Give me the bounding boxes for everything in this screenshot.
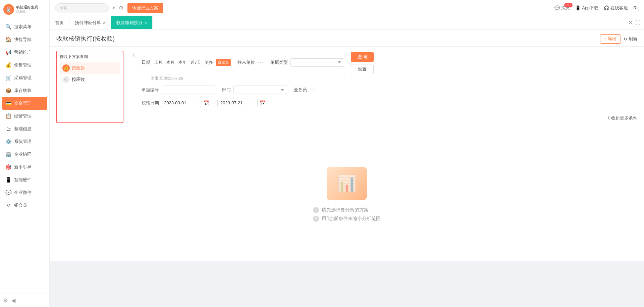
department-select[interactable] — [233, 86, 287, 94]
start-cal-icon[interactable]: 📅 — [203, 100, 209, 106]
collapse-icon[interactable]: ◀ — [11, 297, 15, 304]
order-type-select[interactable] — [290, 58, 344, 67]
filter-verify-date-field: 核销日期 📅 — 📅 — [142, 99, 265, 107]
empty-illustration — [327, 167, 367, 200]
page-title: 收款核销执行(按收款) — [56, 35, 115, 43]
collapse-more-btn[interactable]: 《 收起更多条件 — [605, 113, 637, 123]
sidebar-item-guide[interactable]: 🎯 新手引导 — [0, 161, 49, 173]
sidebar-item-marketing[interactable]: 📢 营销推广 — [0, 46, 49, 59]
sidebar-label-enterprise: 企业协同 — [14, 151, 32, 157]
tab-prepay[interactable]: 预付冲应付单 × — [69, 16, 111, 29]
tab-home-label: 首页 — [55, 20, 64, 26]
message-btn[interactable]: 💬 消息 99+ — [554, 5, 570, 11]
date-opt-thisyear[interactable]: 本年 — [177, 59, 188, 66]
topbar-gear-icon[interactable]: ⚙ — [119, 5, 123, 11]
order-no-input[interactable] — [162, 86, 215, 94]
sidebar-label-purchase: 采购管理 — [14, 75, 32, 81]
date-opt-7days[interactable]: 近7天 — [189, 59, 202, 66]
settings-icon[interactable]: ⚙ — [3, 297, 8, 304]
refresh-btn[interactable]: ↻ 刷新 — [624, 34, 637, 44]
verify-date-end-input[interactable] — [217, 99, 258, 107]
page-toolbar: ↑ 导出 ↻ 刷新 — [600, 34, 638, 44]
salesperson-select-dots[interactable]: ··· — [310, 86, 316, 93]
marketing-icon: 📢 — [5, 49, 11, 55]
tab-receipt[interactable]: 收款核销执行 × — [111, 16, 153, 29]
settings-btn[interactable]: 设置 — [351, 64, 374, 74]
tab-home[interactable]: 首页 — [50, 16, 69, 29]
filter-scheme-title: 按以下方案查询 — [60, 54, 120, 60]
sidebar-item-purchase[interactable]: 🛒 采购管理 — [0, 71, 49, 84]
expand-icon[interactable]: ⛶ — [635, 20, 641, 26]
tip-text-2: 用[过滤]条件来缩小分析范围 — [322, 216, 381, 222]
filter-row-3: 核销日期 📅 — 📅 — [142, 99, 637, 107]
message-badge: 99+ — [564, 3, 573, 7]
filter-option-by-receipt[interactable]: 💰 按收款 — [60, 62, 120, 74]
sidebar-item-wechat[interactable]: 💬 企业微信 — [0, 186, 49, 199]
topbar-search[interactable]: 搜索 — [55, 3, 109, 12]
purchase-icon: 🛒 — [5, 75, 11, 81]
date-opt-thismonth[interactable]: 本月 — [165, 59, 176, 66]
filter-collapse-btn[interactable]: 《 — [129, 51, 136, 123]
collapse-more-icon: 《 — [605, 115, 610, 121]
tip-num-1: 1 — [313, 207, 319, 213]
search-icon: 🔍 — [5, 24, 11, 30]
sidebar-item-search[interactable]: 🔍 搜索菜单 — [0, 20, 49, 33]
tab-receipt-close[interactable]: × — [145, 20, 147, 25]
guide-icon: 🎯 — [5, 164, 11, 170]
sidebar-item-system[interactable]: ⚙️ 系统管理 — [0, 135, 49, 148]
date-opt-more[interactable]: 更多 — [204, 59, 214, 66]
end-cal-icon[interactable]: 📅 — [260, 100, 265, 106]
sidebar-label-basic: 基础信息 — [14, 126, 32, 132]
online-service-btn[interactable]: 🎧 在线客服 — [604, 5, 628, 11]
user-info[interactable]: Rit — [633, 5, 639, 10]
chevron-down-icon: ▾ — [113, 6, 115, 10]
industry-btn[interactable]: 体验行业方案 — [127, 3, 163, 13]
partner-select-dots[interactable]: ··· — [258, 59, 264, 66]
logo-name: 畅捷通好生意 — [16, 5, 38, 9]
sales-icon: 💰 — [5, 62, 11, 68]
logo-badge: 标准版 — [16, 10, 38, 14]
date-opt-custom[interactable]: 自定义 — [216, 59, 231, 66]
date-opt-lastmonth[interactable]: 上月 — [153, 59, 164, 66]
main-area: 搜索 ▾ ⚙ 体验行业方案 💬 消息 99+ 📱 App下载 🎧 在线客服 Ri… — [50, 0, 644, 307]
tab-receipt-label: 收款核销执行 — [116, 20, 143, 26]
tab-prepay-label: 预付冲应付单 — [75, 20, 101, 26]
department-label: 部门 — [222, 87, 231, 93]
sidebar-item-sales[interactable]: 💰 销售管理 — [0, 59, 49, 71]
basic-icon: 🗂 — [5, 126, 11, 132]
empty-tip-2: 2 用[过滤]条件来缩小分析范围 — [313, 216, 381, 222]
hardware-icon: 📱 — [5, 177, 11, 183]
sidebar-item-member[interactable]: V 畅会员 — [0, 199, 49, 212]
sidebar-item-operation[interactable]: 📋 经营管理 — [0, 110, 49, 122]
app-icon: 📱 — [575, 5, 581, 10]
verify-date-start-input[interactable] — [161, 99, 201, 107]
refresh-icon: ↻ — [624, 37, 627, 42]
query-btn[interactable]: 查询 — [351, 52, 374, 62]
filter-option-by-receivable[interactable]: ⏱ 按应收 — [60, 74, 120, 85]
tab-prepay-close[interactable]: × — [103, 20, 105, 25]
tip-text-1: 请先选择要分析的方案 — [322, 207, 369, 213]
member-icon: V — [5, 202, 11, 208]
by-receivable-icon: ⏱ — [62, 76, 70, 83]
sidebar-item-funds[interactable]: 💳 资金管理 — [2, 97, 47, 110]
filter-panel: 按以下方案查询 💰 按收款 ⏱ 按应收 《 日期 — [50, 47, 644, 127]
service-label: 在线客服 — [610, 5, 628, 11]
order-no-label: 单据编号 — [142, 87, 159, 93]
order-type-label: 单据类型 — [270, 59, 288, 65]
app-download-btn[interactable]: 📱 App下载 — [575, 5, 598, 11]
sidebar-item-hardware[interactable]: 📱 智能硬件 — [0, 173, 49, 186]
filter-row-2: 单据编号 部门 业务员 ··· — [142, 86, 637, 94]
sidebar-item-inventory[interactable]: 📦 库存核算 — [0, 84, 49, 97]
service-icon: 🎧 — [604, 5, 609, 10]
close-tab-icon[interactable]: ✕ — [628, 19, 633, 26]
sidebar-item-quicknav[interactable]: 🏠 快捷导航 — [0, 33, 49, 46]
filter-salesperson-field: 业务员 ··· — [294, 86, 316, 93]
sidebar-label-guide: 新手引导 — [14, 164, 32, 170]
page-header: 收款核销执行(按收款) ↑ 导出 ↻ 刷新 — [50, 30, 644, 47]
export-btn[interactable]: ↑ 导出 — [600, 34, 621, 44]
sidebar-item-basic[interactable]: 🗂 基础信息 — [0, 122, 49, 135]
sidebar-item-enterprise[interactable]: 🏢 企业协同 — [0, 148, 49, 161]
export-label: 导出 — [608, 36, 616, 42]
system-icon: ⚙️ — [5, 139, 11, 145]
refresh-label: 刷新 — [629, 36, 637, 42]
